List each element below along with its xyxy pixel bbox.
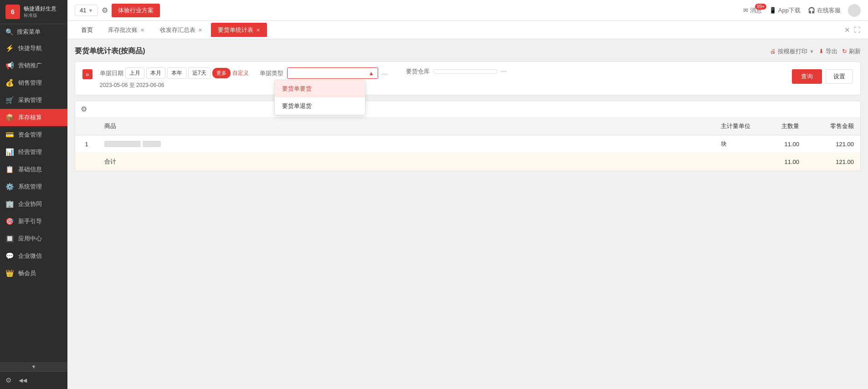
tabs-bar: 首页 库存批次账 ✕ 收发存汇总表 ✕ 要货单统计表 ✕ ✕ ⛶ [67,21,868,39]
tab-receivables-summary[interactable]: 收发存汇总表 ✕ [153,23,209,37]
filter-section: 单据日期 上月 本月 本年 近7天 更多 自定义 2023-05-06 至 20… [100,67,853,89]
sidebar-collapse-icon[interactable]: ◀◀ [19,377,27,384]
date-btn-this-month[interactable]: 本月 [146,67,165,79]
print-btn[interactable]: 🖨 按模板打印 ▼ [770,47,814,56]
topbar-gear-icon[interactable]: ⚙ [102,6,108,15]
filter-warehouse-input[interactable] [433,69,497,74]
sidebar-item-quick-nav[interactable]: ⚡ 快捷导航 [0,40,67,57]
sidebar-item-finance[interactable]: 💳 资金管理 [0,126,67,143]
sidebar-logo: 6 畅捷通好生意 标准版 [0,0,67,24]
filter-expand-btn[interactable]: » [82,69,92,79]
trial-btn[interactable]: 体验行业方案 [112,4,160,17]
logo-icon: 6 [5,5,20,19]
phone-icon: 📱 [769,7,776,14]
filter-warehouse-label: 要货仓库 [406,67,430,76]
date-btn-this-year[interactable]: 本年 [167,67,186,79]
purchase-icon: 🛒 [5,96,14,104]
sidebar-scroll-down[interactable]: ▼ [0,362,67,371]
filter-type-label: 单据类型 [260,69,283,77]
date-btn-more[interactable]: 更多 [212,68,231,78]
topbar: 41 ▼ ⚙ 体验行业方案 ✉ 消息 99+ 📱 App下载 🎧 在线客服 [67,0,868,21]
cell-qty: 11.00 [760,135,806,153]
store-selector[interactable]: 41 ▼ [75,5,98,16]
print-chevron-icon: ▼ [809,49,814,54]
sidebar-item-app-center[interactable]: 🔲 应用中心 [0,230,67,247]
filter-type-text-input[interactable] [291,70,369,77]
dropdown-item-order-return[interactable]: 要货单退货 [275,97,365,115]
filter-dots-icon[interactable]: ··· [382,70,388,78]
filter-expand-icon: » [86,71,89,78]
warehouse-dots-icon[interactable]: ··· [501,67,507,76]
online-service-btn[interactable]: 🎧 在线客服 [808,6,841,15]
sidebar-item-wechat[interactable]: 💬 企业微信 [0,247,67,265]
page-title: 要货单统计表(按商品) [75,46,145,56]
topbar-left: 41 ▼ ⚙ 体验行业方案 [75,4,743,17]
tab-inventory-batch[interactable]: 库存批次账 ✕ [101,23,151,37]
footer-amount: 121.00 [806,153,860,171]
store-chevron-icon: ▼ [88,8,93,13]
tabs-close-all-icon[interactable]: ✕ [844,26,850,34]
sidebar-item-member[interactable]: 👑 畅会员 [0,265,67,282]
col-header-amount: 零售金额 [806,118,860,135]
filter-type-group: 单据类型 ▲ ··· 要货单要货 [260,67,388,79]
sidebar: 6 畅捷通好生意 标准版 🔍 搜索菜单 ⚡ 快捷导航 📢 营销推广 💰 销售管理… [0,0,67,389]
filter-date-section: 单据日期 上月 本月 本年 近7天 更多 自定义 2023-05-06 至 20… [100,67,249,89]
footer-label: 合计 [98,153,714,171]
tabs-actions: ✕ ⛶ [844,26,861,34]
filter-buttons: 查询 设置 [792,67,853,84]
sidebar-item-system[interactable]: ⚙️ 系统管理 [0,178,67,195]
filter-type-input[interactable]: ▲ [287,67,378,79]
tab-order-summary[interactable]: 要货单统计表 ✕ [211,23,267,37]
cell-product [98,135,714,153]
tab-home[interactable]: 首页 [75,23,99,37]
date-btn-7days[interactable]: 近7天 [188,67,211,79]
col-header-num [75,118,98,135]
cell-unit: 块 [714,135,760,153]
date-range-display: 2023-05-06 至 2023-06-06 [100,82,249,89]
refresh-icon: ↻ [842,48,847,55]
guide-icon: 🎯 [5,217,14,225]
sidebar-bottom: ⚙ ◀◀ [0,371,67,389]
operations-icon: 📊 [5,148,14,156]
col-header-qty: 主数量 [760,118,806,135]
user-avatar[interactable] [848,4,861,17]
sidebar-item-basic-info[interactable]: 📋 基础信息 [0,161,67,178]
tab-inventory-batch-close[interactable]: ✕ [140,27,144,33]
query-btn[interactable]: 查询 [792,69,822,84]
filter-type-chevron-icon[interactable]: ▲ [369,70,374,77]
finance-icon: 💳 [5,131,14,139]
page-body: 要货单统计表(按商品) 🖨 按模板打印 ▼ ⬇ 导出 ↻ 刷新 [67,39,868,389]
export-btn[interactable]: ⬇ 导出 [819,47,837,56]
setting-btn[interactable]: 设置 [826,69,853,84]
sidebar-settings-icon[interactable]: ⚙ [5,376,11,384]
basic-info-icon: 📋 [5,165,14,174]
sidebar-item-operations[interactable]: 📊 经营管理 [0,143,67,161]
sidebar-item-sales[interactable]: 💰 销售管理 [0,74,67,92]
sidebar-search[interactable]: 🔍 搜索菜单 [0,24,67,40]
date-custom-btn[interactable]: 自定义 [232,69,249,77]
table-footer-row: 合计 11.00 121.00 [75,153,860,171]
topbar-right: ✉ 消息 99+ 📱 App下载 🎧 在线客服 [743,4,861,17]
sidebar-item-guide[interactable]: 🎯 新手引导 [0,213,67,230]
sidebar-nav: ⚡ 快捷导航 📢 营销推广 💰 销售管理 🛒 采购管理 📦 库存核算 💳 资金管… [0,40,67,362]
filter-date-btns: 单据日期 上月 本月 本年 近7天 更多 自定义 [100,67,249,79]
message-btn[interactable]: ✉ 消息 99+ [743,6,762,15]
sidebar-item-marketing[interactable]: 📢 营销推广 [0,57,67,74]
tab-receivables-close[interactable]: ✕ [198,27,202,33]
table-toolbar: ⚙ [75,101,860,118]
date-btn-last-month[interactable]: 上月 [125,67,144,79]
sidebar-item-enterprise[interactable]: 🏢 企业协同 [0,195,67,213]
app-center-icon: 🔲 [5,235,14,243]
tabs-expand-icon[interactable]: ⛶ [854,26,861,34]
table-settings-icon[interactable]: ⚙ [81,105,87,113]
data-table: 商品 主计量单位 主数量 零售金额 [75,118,860,171]
sidebar-item-inventory[interactable]: 📦 库存核算 [0,109,67,126]
refresh-btn[interactable]: ↻ 刷新 [842,47,861,56]
sidebar-item-purchase[interactable]: 🛒 采购管理 [0,92,67,109]
footer-qty: 11.00 [760,153,806,171]
tab-order-summary-close[interactable]: ✕ [256,27,260,33]
dropdown-item-order-goods[interactable]: 要货单要货 [275,80,365,97]
marketing-icon: 📢 [5,61,14,70]
message-badge: 99+ [755,4,766,10]
app-download-btn[interactable]: 📱 App下载 [769,6,801,15]
